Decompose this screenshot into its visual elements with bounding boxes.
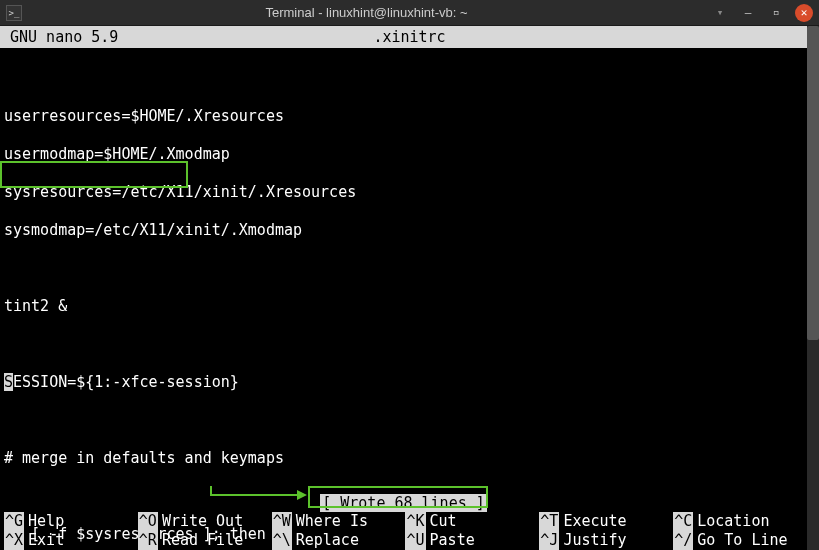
cursor: S [4,373,13,391]
shortcut-cut: ^KCut [405,512,539,531]
window-title: Terminal - linuxhint@linuxhint-vb: ~ [22,5,711,20]
status-message: [ Wrote 68 lines ] [320,494,487,512]
close-button[interactable]: ✕ [795,4,813,22]
scrollbar[interactable] [807,26,819,550]
code-line: userresources=$HOME/.Xresources [4,107,815,126]
window-controls: ▾ — ▫ ✕ [711,4,813,22]
shortcut-paste: ^UPaste [405,531,539,550]
scrollbar-thumb[interactable] [807,26,819,340]
shortcut-location: ^CLocation [673,512,807,531]
shortcut-readfile: ^RRead File [138,531,272,550]
window-menu-button[interactable]: ▾ [711,4,729,22]
code-line: sysmodmap=/etc/X11/xinit/.Xmodmap [4,221,815,240]
terminal-icon: >_ [6,5,22,21]
code-line: SESSION=${1:-xfce-session} [4,373,815,392]
code-line: # merge in defaults and keymaps [4,449,815,468]
shortcut-execute: ^TExecute [539,512,673,531]
code-line [4,411,815,430]
code-line: usermodmap=$HOME/.Xmodmap [4,145,815,164]
blank-line [4,69,815,88]
nano-status: [ Wrote 68 lines ] [0,494,807,512]
shortcut-writeout: ^OWrite Out [138,512,272,531]
shortcut-gotoline: ^/Go To Line [673,531,807,550]
nano-header: GNU nano 5.9 .xinitrc [0,26,819,48]
code-line [4,259,815,278]
shortcut-help: ^GHelp [4,512,138,531]
nano-filename: .xinitrc [373,28,445,46]
shortcut-justify: ^JJustify [539,531,673,550]
code-line [4,335,815,354]
shortcut-whereis: ^WWhere Is [272,512,406,531]
window-titlebar: >_ Terminal - linuxhint@linuxhint-vb: ~ … [0,0,819,26]
nano-shortcuts: ^GHelp ^OWrite Out ^WWhere Is ^KCut ^TEx… [4,512,807,550]
code-line: sysresources=/etc/X11/xinit/.Xresources [4,183,815,202]
terminal-area[interactable]: GNU nano 5.9 .xinitrc userresources=$HOM… [0,26,819,550]
editor-content[interactable]: userresources=$HOME/.Xresources usermodm… [0,48,819,550]
nano-version: GNU nano 5.9 [10,28,118,46]
shortcut-exit: ^XExit [4,531,138,550]
code-line: tint2 & [4,297,815,316]
shortcut-replace: ^\Replace [272,531,406,550]
minimize-button[interactable]: — [739,4,757,22]
maximize-button[interactable]: ▫ [767,4,785,22]
